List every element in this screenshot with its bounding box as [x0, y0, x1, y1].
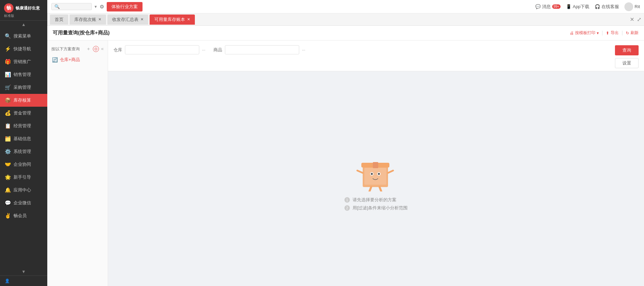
hint-num-1: 1 — [344, 197, 350, 203]
sidebar-item-operations-label: 经营管理 — [14, 123, 31, 129]
search-input[interactable] — [61, 4, 88, 9]
sidebar-logo: 畅 畅康通好生意 — [4, 3, 43, 13]
warehouse-more-btn[interactable]: ··· — [202, 48, 205, 52]
purchase-icon: 🛒 — [5, 84, 11, 90]
goods-label: 商品 — [213, 47, 222, 53]
left-panel-title: 按以下方案查询 — [51, 46, 80, 52]
sidebar-item-apps[interactable]: 🔔 应用中心 — [0, 184, 47, 197]
industry-button[interactable]: 体验行业方案 — [107, 2, 143, 11]
print-button[interactable]: 🖨 按模板打印 ▾ — [570, 30, 599, 36]
sidebar-item-system[interactable]: ⚙️ 系统管理 — [0, 145, 47, 158]
sidebar-item-shortcut[interactable]: ⚡ 快捷导航 — [0, 43, 47, 55]
hint-text-2: 用[过滤]条件来缩小分析范围 — [353, 205, 408, 211]
svg-line-11 — [380, 187, 381, 191]
tab-available-label: 可用量库存账本 — [154, 17, 185, 23]
settings-scheme-btn[interactable]: ⊙ — [93, 46, 99, 52]
svg-line-8 — [357, 171, 363, 173]
sidebar-item-member-label: 畅会员 — [14, 213, 27, 219]
goods-input[interactable] — [225, 45, 299, 54]
tab-available[interactable]: 可用量库存账本 ✕ — [150, 15, 195, 25]
scheme-item-warehouse[interactable]: 🔄 仓库+商品 — [47, 54, 108, 66]
sidebar-bottom[interactable]: 👤 — [0, 276, 47, 286]
message-btn[interactable]: 💬 消息 99+ — [535, 4, 561, 10]
close-tab-btn[interactable]: ✕ — [630, 16, 634, 23]
tab-home-label: 首页 — [55, 17, 63, 23]
tab-batch[interactable]: 库存批次账 ✕ — [70, 15, 106, 25]
sidebar-item-search[interactable]: 🔍 搜索菜单 — [0, 30, 47, 43]
phone-icon: 📱 — [566, 4, 571, 9]
scroll-down-btn[interactable]: ▼ — [0, 268, 47, 276]
gear-icon[interactable]: ⚙ — [100, 4, 104, 10]
svg-line-10 — [369, 187, 371, 191]
sidebar-tag: 标准版 — [4, 14, 43, 18]
newbie-icon: 🌟 — [5, 174, 11, 180]
svg-point-6 — [371, 173, 373, 175]
sidebar-item-inventory[interactable]: 📦 库存核算 — [0, 94, 47, 107]
service-btn[interactable]: 🎧 在线客服 — [595, 4, 619, 10]
print-label: 按模板打印 — [575, 30, 595, 36]
settings-button[interactable]: 设置 — [615, 58, 639, 68]
tab-home[interactable]: 首页 — [50, 15, 68, 25]
content-area: 按以下方案查询 ＋ ⊙ « 🔄 仓库+商品 — [47, 41, 644, 286]
filter-fields: 仓库 ··· 商品 ··· — [113, 45, 615, 54]
expand-tab-btn[interactable]: ⤢ — [637, 16, 641, 23]
sidebar-item-purchase[interactable]: 🛒 采购管理 — [0, 81, 47, 94]
scroll-up-btn[interactable]: ▲ — [0, 21, 47, 28]
sidebar-item-enterprise[interactable]: 🤝 企业协同 — [0, 158, 47, 171]
operations-icon: 📋 — [5, 123, 11, 129]
app-download-label: App下载 — [573, 4, 589, 10]
warehouse-input[interactable] — [125, 45, 199, 54]
service-label: 在线客服 — [601, 4, 619, 10]
sidebar-item-sales[interactable]: 📊 销售管理 — [0, 68, 47, 81]
tab-available-close[interactable]: ✕ — [187, 17, 190, 22]
empty-state: 1 请先选择要分析的方案 2 用[过滤]条件来缩小分析范围 — [108, 71, 644, 286]
sidebar-item-newbie[interactable]: 🌟 新手引导 — [0, 171, 47, 184]
sidebar-item-search-label: 搜索菜单 — [14, 33, 31, 39]
scheme-label: 仓库+商品 — [60, 57, 80, 63]
refresh-icon: ↻ — [626, 31, 629, 35]
main-area: 🔍 ▾ ⚙ 体验行业方案 💬 消息 99+ 📱 App下载 🎧 在线客服 — [47, 0, 644, 286]
sidebar-item-member[interactable]: ✌️ 畅会员 — [0, 209, 47, 222]
sidebar-item-basic[interactable]: 🗂️ 基础信息 — [0, 132, 47, 145]
sidebar-item-wechat[interactable]: 💬 企业微信 — [0, 197, 47, 209]
warehouse-filter-field: 仓库 ··· — [113, 45, 205, 54]
left-panel: 按以下方案查询 ＋ ⊙ « 🔄 仓库+商品 — [47, 41, 108, 286]
wechat-icon: 💬 — [5, 200, 11, 206]
topbar-search-box[interactable]: 🔍 — [51, 3, 92, 10]
query-button[interactable]: 查询 — [615, 45, 639, 55]
left-panel-header: 按以下方案查询 ＋ ⊙ « — [47, 44, 108, 54]
hint-num-2: 2 — [344, 205, 350, 211]
sidebar-item-system-label: 系统管理 — [14, 149, 31, 155]
sidebar-header: 畅 畅康通好生意 标准版 — [0, 0, 47, 21]
filter-section: 仓库 ··· 商品 ··· — [108, 41, 644, 71]
refresh-button[interactable]: ↻ 刷新 — [626, 30, 639, 36]
sidebar-item-purchase-label: 采购管理 — [14, 84, 31, 90]
collapse-panel-btn[interactable]: « — [101, 46, 104, 52]
member-icon: ✌️ — [5, 213, 11, 219]
sidebar-item-finance[interactable]: 💰 资金管理 — [0, 107, 47, 120]
app-download-btn[interactable]: 📱 App下载 — [566, 4, 589, 10]
shortcut-icon: ⚡ — [5, 46, 11, 52]
sidebar: 畅 畅康通好生意 标准版 ▲ 🔍 搜索菜单 ⚡ 快捷导航 🎁 营销推广 — [0, 0, 47, 286]
goods-more-btn[interactable]: ··· — [302, 48, 305, 52]
export-icon: ⬆ — [606, 31, 609, 35]
filter-action-btns: 查询 设置 — [615, 45, 639, 68]
goods-filter-field: 商品 ··· — [213, 45, 305, 54]
add-scheme-btn[interactable]: ＋ — [86, 46, 91, 52]
scheme-icon: 🔄 — [52, 57, 58, 62]
user-name: Rit — [635, 4, 640, 9]
tab-batch-close[interactable]: ✕ — [98, 17, 101, 22]
svg-rect-3 — [373, 162, 378, 168]
tab-summary[interactable]: 收发存汇总表 ✕ — [107, 15, 148, 25]
marketing-icon: 🎁 — [5, 59, 11, 65]
dropdown-icon[interactable]: ▾ — [95, 4, 97, 9]
svg-rect-1 — [364, 168, 386, 185]
user-menu[interactable]: Rit — [624, 2, 640, 11]
warehouse-label: 仓库 — [113, 47, 122, 53]
tab-summary-close[interactable]: ✕ — [140, 17, 144, 22]
sidebar-item-operations[interactable]: 📋 经营管理 — [0, 120, 47, 132]
page-actions: 🖨 按模板打印 ▾ ⬆ 导出 ↻ 刷新 — [570, 30, 639, 36]
sidebar-item-marketing[interactable]: 🎁 营销推广 — [0, 55, 47, 68]
message-badge: 99+ — [552, 4, 561, 9]
export-button[interactable]: ⬆ 导出 — [606, 30, 619, 36]
